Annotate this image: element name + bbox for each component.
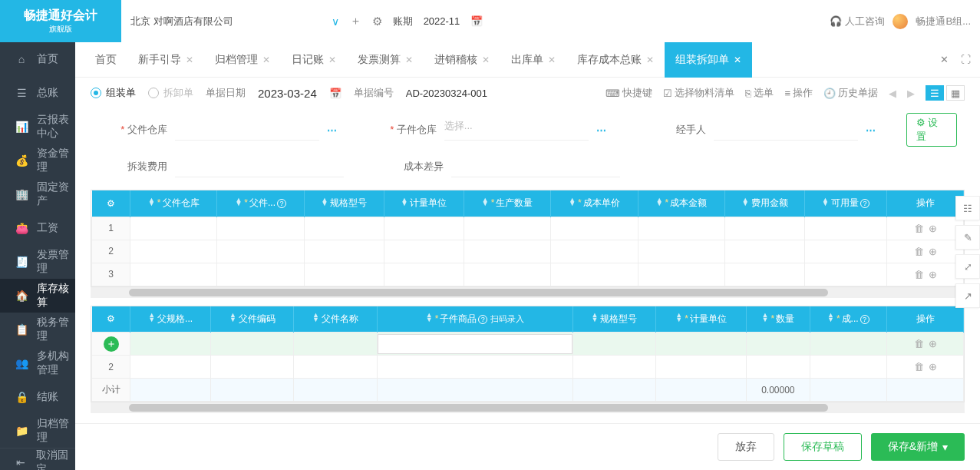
cell[interactable] <box>551 263 638 286</box>
cell[interactable] <box>572 356 655 379</box>
save-draft-button[interactable]: 保存草稿 <box>784 433 862 461</box>
close-icon[interactable]: ✕ <box>646 55 654 65</box>
next-icon[interactable]: ▶ <box>907 88 915 99</box>
rail-swap-icon[interactable]: ⤢ <box>955 254 980 279</box>
doc-date-value[interactable]: 2023-03-24 <box>258 87 317 100</box>
cell[interactable] <box>805 217 887 240</box>
cell[interactable] <box>464 240 550 263</box>
cell[interactable] <box>464 217 550 240</box>
parent-col-7[interactable]: ▲▼费用金额 <box>725 190 805 217</box>
child-col-6[interactable]: ▲▼数量 <box>747 306 810 333</box>
cell[interactable] <box>725 217 805 240</box>
cell[interactable] <box>377 333 572 356</box>
pin-toggle[interactable]: ⇤ 取消固定 <box>0 448 75 470</box>
parent-col-6[interactable]: ▲▼成本金额 <box>638 190 724 217</box>
username[interactable]: 畅捷通B组... <box>916 15 971 28</box>
tab-7[interactable]: 库存成本总账✕ <box>566 42 665 78</box>
tab-8[interactable]: 组装拆卸单✕ <box>665 42 752 78</box>
rail-detail-icon[interactable]: ☷ <box>955 196 980 220</box>
cell[interactable] <box>551 217 638 240</box>
add-icon[interactable]: ⊕ <box>929 223 937 234</box>
child-col-7[interactable]: ▲▼成...? <box>810 306 886 333</box>
calendar-icon[interactable]: 📅 <box>470 15 483 27</box>
cell[interactable] <box>572 333 655 356</box>
child-col-4[interactable]: ▲▼规格型号 <box>572 306 655 333</box>
child-wh-input[interactable]: 选择... <box>444 119 589 141</box>
tab-4[interactable]: 发票测算✕ <box>347 42 424 78</box>
sidebar-item-8[interactable]: 📋税务管理 <box>0 313 75 346</box>
more-icon[interactable]: ⋯ <box>596 124 606 136</box>
shortcut-link[interactable]: ⌨ 快捷键 <box>605 86 652 100</box>
sidebar-item-1[interactable]: ☰总账 <box>0 76 75 110</box>
sidebar-item-0[interactable]: ⌂首页 <box>0 42 75 76</box>
cell[interactable] <box>810 333 886 356</box>
parent-col-5[interactable]: ▲▼成本单价 <box>551 190 638 217</box>
prev-icon[interactable]: ◀ <box>889 88 896 99</box>
tab-1[interactable]: 新手引导✕ <box>127 42 204 78</box>
gear-header[interactable]: ⚙ <box>92 306 130 333</box>
add-icon[interactable]: ⊕ <box>929 361 937 372</box>
cell[interactable] <box>211 333 294 356</box>
sidebar-item-5[interactable]: 👛工资 <box>0 211 75 245</box>
child-scrollbar[interactable] <box>91 402 965 413</box>
company-dropdown-icon[interactable]: ∨ <box>332 15 339 28</box>
cell[interactable] <box>464 263 550 286</box>
parent-col-1[interactable]: ▲▼父件...? <box>217 190 304 217</box>
delete-icon[interactable]: 🗑 <box>914 361 924 372</box>
close-icon[interactable]: ✕ <box>328 55 336 65</box>
logo[interactable]: 畅捷通好会计 旗舰版 <box>0 0 121 42</box>
cell[interactable] <box>656 356 747 379</box>
close-icon[interactable]: ✕ <box>482 55 490 65</box>
sidebar-item-6[interactable]: 🧾发票管理 <box>0 245 75 279</box>
gear-header[interactable]: ⚙ <box>92 190 130 217</box>
child-col-1[interactable]: ▲▼父件编码 <box>211 306 294 333</box>
delete-icon[interactable]: 🗑 <box>914 223 924 234</box>
rail-note-icon[interactable]: ✎ <box>955 225 980 250</box>
cell[interactable] <box>304 240 384 263</box>
cell[interactable] <box>725 240 805 263</box>
consult-link[interactable]: 🎧人工咨询 <box>830 15 885 28</box>
add-row-btn[interactable]: ＋ <box>92 333 130 356</box>
delete-icon[interactable]: 🗑 <box>914 246 924 257</box>
sidebar-item-3[interactable]: 💰资金管理 <box>0 144 75 177</box>
child-col-3[interactable]: ▲▼子件商品? 扫码录入 <box>377 306 572 333</box>
cell[interactable] <box>747 356 810 379</box>
add-icon[interactable]: ⊕ <box>929 269 937 280</box>
child-item-input[interactable] <box>378 334 572 354</box>
cell[interactable] <box>384 240 464 263</box>
more-icon[interactable]: ⋯ <box>327 124 337 136</box>
fee-input[interactable] <box>175 156 344 177</box>
child-col-2[interactable]: ▲▼父件名称 <box>294 306 377 333</box>
sidebar-item-10[interactable]: 🔒结账 <box>0 380 75 414</box>
close-icon[interactable]: ✕ <box>186 55 193 65</box>
parent-col-0[interactable]: ▲▼父件仓库 <box>130 190 217 217</box>
parent-col-4[interactable]: ▲▼生产数量 <box>464 190 550 217</box>
sidebar-item-4[interactable]: 🏢固定资产 <box>0 177 75 211</box>
fullscreen-icon[interactable]: ⛶ <box>959 53 972 67</box>
rail-expand-icon[interactable]: ↗ <box>955 283 980 308</box>
avatar[interactable] <box>893 14 908 29</box>
parent-col-8[interactable]: ▲▼可用量? <box>805 190 887 217</box>
close-icon[interactable]: ✕ <box>548 55 556 65</box>
cell[interactable] <box>551 240 638 263</box>
costdiff-input[interactable] <box>451 156 620 177</box>
gear-icon[interactable]: ⚙ <box>372 15 382 28</box>
sidebar-item-7[interactable]: 🏠库存核算 <box>0 279 75 313</box>
cell[interactable] <box>304 217 384 240</box>
material-link[interactable]: ☑ 选择物料清单 <box>663 86 734 100</box>
cell[interactable] <box>130 263 217 286</box>
delete-icon[interactable]: 🗑 <box>914 269 924 280</box>
parent-col-3[interactable]: ▲▼计量单位 <box>384 190 464 217</box>
cell[interactable] <box>638 263 724 286</box>
cell[interactable] <box>130 356 211 379</box>
cell[interactable] <box>130 333 211 356</box>
add-icon[interactable]: ＋ <box>350 14 361 28</box>
cell[interactable] <box>810 356 886 379</box>
discard-button[interactable]: 放弃 <box>718 433 774 461</box>
operator-input[interactable] <box>714 119 858 141</box>
tab-0[interactable]: 首页 <box>84 42 127 78</box>
cell[interactable] <box>217 217 304 240</box>
cell[interactable] <box>805 263 887 286</box>
add-icon[interactable]: ⊕ <box>929 338 937 349</box>
tab-5[interactable]: 进销稽核✕ <box>424 42 500 78</box>
